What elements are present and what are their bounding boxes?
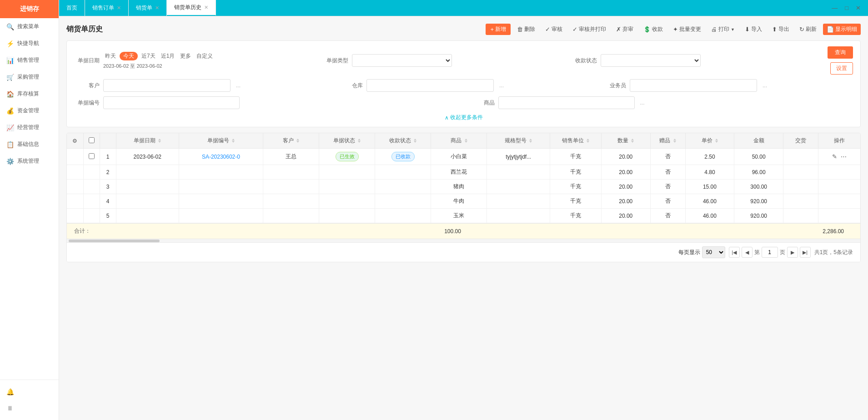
sales-unit-column-header[interactable]: 销售单位 <box>550 133 601 149</box>
doc-status-badge: 已生效 <box>336 152 359 161</box>
goods-input[interactable] <box>498 96 635 109</box>
row-checkbox-cell[interactable] <box>83 149 100 165</box>
row-quantity-cell: 20.00 <box>601 165 650 180</box>
tab-sales-order-close[interactable]: ✕ <box>117 5 121 11</box>
unit-price-column-header[interactable]: 单价 <box>685 133 734 149</box>
salesperson-ellipsis[interactable]: ... <box>761 82 769 89</box>
page-number-input[interactable] <box>762 247 778 258</box>
goods-ellipsis[interactable]: ... <box>638 100 647 106</box>
date-shortcut-more[interactable]: 更多 <box>178 51 193 61</box>
customer-ellipsis[interactable]: ... <box>234 82 242 89</box>
spec-type-column-header[interactable]: 规格型号 <box>487 133 550 149</box>
sidebar-item-finance-mgmt[interactable]: 💰 资金管理 <box>0 102 59 119</box>
doc-no-input[interactable] <box>103 96 240 109</box>
row-checkbox-cell[interactable] <box>83 180 100 194</box>
page-last-button[interactable]: ▶| <box>800 247 811 258</box>
edit-icon[interactable]: ✎ <box>832 153 837 160</box>
sidebar-item-system-mgmt[interactable]: ⚙️ 系统管理 <box>0 153 59 170</box>
customer-input[interactable] <box>103 79 231 92</box>
scroll-thumb[interactable] <box>69 240 160 242</box>
row-checkbox[interactable] <box>89 153 95 159</box>
search-menu-icon: 🔍 <box>6 23 14 30</box>
abandon-button[interactable]: ✗ 弃审 <box>612 24 637 35</box>
checkbox-column-header[interactable] <box>83 133 100 149</box>
maximize-button[interactable]: □ <box>841 0 852 16</box>
per-page-select[interactable]: 50 100 200 <box>702 246 725 258</box>
row-doc-status-cell <box>319 165 375 180</box>
more-icon[interactable]: ⋯ <box>841 153 847 160</box>
gear-column-header[interactable]: ⚙ <box>67 133 83 149</box>
set-button[interactable]: 设置 <box>830 62 853 75</box>
horizontal-scrollbar[interactable] <box>67 239 860 242</box>
row-gift-cell: 否 <box>650 165 685 180</box>
date-shortcut-custom[interactable]: 自定义 <box>195 51 215 61</box>
select-all-checkbox[interactable] <box>89 137 95 143</box>
row-doc-no-cell[interactable]: SA-20230602-0 <box>179 149 263 165</box>
gift-column-header[interactable]: 赠品 <box>650 133 685 149</box>
payment-status-column-header[interactable]: 收款状态 <box>375 133 431 149</box>
quantity-column-header[interactable]: 数量 <box>601 133 650 149</box>
batch-change-button[interactable]: ✦ 批量变更 <box>669 24 705 35</box>
doc-type-label: 单据类型 <box>323 57 348 65</box>
audit-button[interactable]: ✓ 审核 <box>542 24 566 35</box>
row-checkbox-cell[interactable] <box>83 165 100 180</box>
sidebar-pause-btn[interactable]: ⏸ <box>0 400 59 416</box>
sidebar-item-search-menu[interactable]: 🔍 搜索菜单 <box>0 18 59 35</box>
sidebar-item-operation-mgmt[interactable]: 📈 经营管理 <box>0 119 59 136</box>
sidebar-item-basic-info[interactable]: 📋 基础信息 <box>0 136 59 153</box>
tab-sales-goods[interactable]: 销货单 ✕ <box>129 0 167 16</box>
tab-home[interactable]: 首页 <box>59 0 85 16</box>
doc-status-column-header[interactable]: 单据状态 <box>319 133 375 149</box>
salesperson-input[interactable] <box>630 79 757 92</box>
doc-no-column-header[interactable]: 单据编号 <box>179 133 263 149</box>
import-button[interactable]: ⬇ 导入 <box>741 24 766 35</box>
doc-type-select[interactable] <box>352 54 452 67</box>
show-detail-button[interactable]: 📄 显示明细 <box>823 24 861 35</box>
date-shortcut-yesterday[interactable]: 昨天 <box>103 51 118 61</box>
page-next-button[interactable]: ▶ <box>787 247 798 258</box>
minimize-button[interactable]: — <box>828 0 841 16</box>
goods-column-header[interactable]: 商品 <box>431 133 487 149</box>
row-checkbox-cell[interactable] <box>83 194 100 209</box>
tab-sales-order[interactable]: 销售订单 ✕ <box>85 0 129 16</box>
doc-date-column-header[interactable]: 单据日期 <box>116 133 179 149</box>
sidebar-item-inventory-calc[interactable]: 🏠 库存核算 <box>0 85 59 102</box>
print-button[interactable]: 🖨 打印 ▼ <box>707 24 738 35</box>
delete-button[interactable]: 🗑 删除 <box>513 24 539 35</box>
query-button[interactable]: 查询 <box>828 46 853 59</box>
row-sales-unit-cell: 千克 <box>550 180 601 194</box>
new-button[interactable]: + 新增 <box>486 24 511 35</box>
basic-info-icon: 📋 <box>6 141 14 148</box>
page-prev-button[interactable]: ◀ <box>742 247 753 258</box>
action-icons: ✎ ⋯ <box>821 153 858 160</box>
tab-sales-history-close[interactable]: ✕ <box>204 5 208 10</box>
export-button[interactable]: ⬆ 导出 <box>768 24 793 35</box>
refresh-button[interactable]: ↻ 刷新 <box>796 24 820 35</box>
doc-no-link[interactable]: SA-20230602-0 <box>202 154 240 160</box>
top-nav: 首页 销售订单 ✕ 销货单 ✕ 销货单历史 ✕ — □ ✕ <box>59 0 868 16</box>
page-suffix: 页 <box>780 249 785 256</box>
page-first-button[interactable]: |◀ <box>729 247 740 258</box>
page-title: 销货单历史 <box>66 25 103 34</box>
row-checkbox-cell[interactable] <box>83 209 100 223</box>
audit-print-button[interactable]: ✓ 审核并打印 <box>569 24 610 35</box>
tab-sales-goods-close[interactable]: ✕ <box>155 5 159 11</box>
payment-status-select[interactable] <box>601 54 701 67</box>
row-no-cell: 2 <box>100 165 116 180</box>
sidebar-item-quick-nav[interactable]: ⚡ 快捷导航 <box>0 35 59 52</box>
collapse-button[interactable]: ∧ 收起更多条件 <box>445 114 483 121</box>
table-body: 1 2023-06-02 SA-20230602-0 王总 已生效 已收款 小白… <box>67 149 860 223</box>
warehouse-input[interactable] <box>366 79 494 92</box>
date-shortcut-7days[interactable]: 近7天 <box>140 51 157 61</box>
close-window-button[interactable]: ✕ <box>852 0 864 16</box>
date-shortcut-today[interactable]: 今天 <box>120 52 138 60</box>
sidebar-item-sales-mgmt[interactable]: 📊 销售管理 <box>0 52 59 69</box>
date-shortcut-1month[interactable]: 近1月 <box>159 51 177 61</box>
collect-button[interactable]: 💲 收款 <box>640 24 667 35</box>
sidebar-item-purchase-mgmt[interactable]: 🛒 采购管理 <box>0 69 59 85</box>
sidebar-notification-btn[interactable]: 🔔 <box>0 384 59 400</box>
warehouse-ellipsis[interactable]: ... <box>497 82 506 89</box>
tab-sales-history[interactable]: 销货单历史 ✕ <box>167 0 216 16</box>
date-display: 2023-06-02 至 2023-06-02 <box>103 63 215 70</box>
customer-column-header[interactable]: 客户 <box>263 133 319 149</box>
